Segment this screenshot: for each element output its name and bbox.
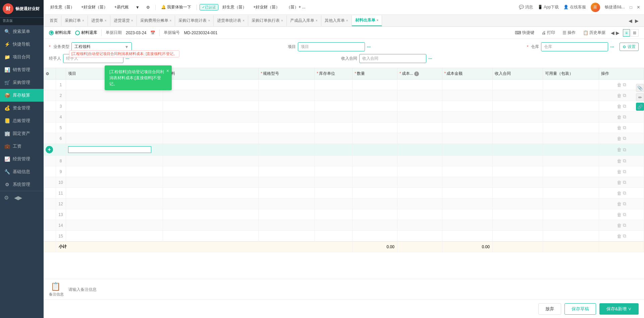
td-income-9[interactable] xyxy=(492,166,543,177)
td-cost-14[interactable] xyxy=(397,220,442,231)
material-input-7[interactable] xyxy=(165,147,247,153)
side-icon-attach[interactable]: 📎 xyxy=(636,84,644,92)
td-spec-6[interactable] xyxy=(259,133,315,144)
tab-incoming-stats-close[interactable]: × xyxy=(243,19,245,22)
tab-nav-prev[interactable]: ◀ xyxy=(629,18,632,23)
tab-nav-next[interactable]: ▶ xyxy=(635,18,639,23)
menu-haoyecai1[interactable]: +好业财（苗） xyxy=(78,3,110,11)
project-input-7[interactable] xyxy=(68,146,151,153)
td-cost-amt-10[interactable] xyxy=(442,177,492,188)
discard-button[interactable]: 放弃 xyxy=(538,303,561,315)
td-qty-6[interactable] xyxy=(353,133,397,144)
copy-icon-15[interactable]: ⧉ xyxy=(623,233,626,239)
save-draft-button[interactable]: 保存草稿 xyxy=(565,303,596,315)
td-avail-9[interactable] xyxy=(543,166,599,177)
td-income-14[interactable] xyxy=(492,220,543,231)
sidebar-item-system[interactable]: ⚙ 系统管理 xyxy=(0,178,44,191)
td-unit-3[interactable] xyxy=(315,101,353,112)
sidebar-item-assets[interactable]: 🏢 固定资产 xyxy=(0,127,44,140)
td-avail-7[interactable] xyxy=(543,144,599,156)
td-unit-13[interactable] xyxy=(315,209,353,220)
copy-icon-2[interactable]: ⧉ xyxy=(623,93,626,98)
td-cost-7[interactable] xyxy=(397,144,442,156)
td-cost-12[interactable] xyxy=(397,199,442,209)
warehouse-select[interactable]: 仓库 xyxy=(541,42,608,51)
delete-icon-5[interactable]: 🗑 xyxy=(617,125,622,130)
tab-other-inbound[interactable]: 其他入库单 × xyxy=(321,15,352,26)
td-avail-10[interactable] xyxy=(543,177,599,188)
td-avail-11[interactable] xyxy=(543,188,599,199)
td-unit-12[interactable] xyxy=(315,199,353,209)
copy-icon-13[interactable]: ⧉ xyxy=(623,212,626,217)
td-income-7[interactable] xyxy=(492,144,543,156)
td-material-9[interactable] xyxy=(163,166,259,177)
menu-dropdown[interactable]: ▼ xyxy=(133,4,142,11)
td-unit-9[interactable] xyxy=(315,166,353,177)
copy-icon-3[interactable]: ⧉ xyxy=(623,103,626,109)
nav-next-btn[interactable]: ▶ xyxy=(616,30,620,36)
td-income-8[interactable] xyxy=(492,156,543,166)
td-avail-4[interactable] xyxy=(543,112,599,122)
delete-icon-11[interactable]: 🗑 xyxy=(617,191,622,196)
td-unit-8[interactable] xyxy=(315,156,353,166)
td-income-15[interactable] xyxy=(492,231,543,242)
menu-yidaizhang[interactable]: +易代账 xyxy=(112,3,131,11)
notes-input[interactable] xyxy=(67,286,639,293)
copy-icon-10[interactable]: ⧉ xyxy=(623,179,626,185)
td-avail-15[interactable] xyxy=(543,231,599,242)
td-cost-11[interactable] xyxy=(397,188,442,199)
td-qty-15[interactable] xyxy=(353,231,397,242)
close-btn[interactable]: × xyxy=(637,4,640,10)
td-income-13[interactable] xyxy=(492,209,543,220)
copy-icon-4[interactable]: ⧉ xyxy=(623,114,626,120)
tab-other-inbound-close[interactable]: × xyxy=(346,19,348,22)
delete-icon-3[interactable]: 🗑 xyxy=(617,104,622,109)
td-unit-5[interactable] xyxy=(315,122,353,133)
menu-trial[interactable]: 🔔 我要体验一下 xyxy=(158,3,194,11)
td-spec-15[interactable] xyxy=(259,231,315,242)
tab-purchase-expense-close[interactable]: × xyxy=(170,19,172,22)
td-cost-3[interactable] xyxy=(397,101,442,112)
td-qty-12[interactable] xyxy=(353,199,397,209)
grid-view-btn[interactable]: ⊞ xyxy=(631,29,639,37)
copy-icon-7[interactable]: ⧉ xyxy=(623,147,626,153)
sidebar-settings-icon[interactable]: ⚙ xyxy=(4,195,9,201)
tab-purchase-order-close[interactable]: × xyxy=(82,19,84,22)
td-cost-amt-2[interactable] xyxy=(442,90,492,101)
td-avail-1[interactable] xyxy=(543,80,599,90)
td-avail-13[interactable] xyxy=(543,209,599,220)
td-cost-5[interactable] xyxy=(397,122,442,133)
sidebar-collapse-icon[interactable]: ◀▶ xyxy=(14,195,22,201)
copy-icon-9[interactable]: ⧉ xyxy=(623,169,626,174)
project-dots-btn[interactable]: ··· xyxy=(367,44,371,50)
radio-material-out[interactable]: 材料出库 xyxy=(49,30,71,36)
td-unit-2[interactable] xyxy=(315,90,353,101)
sidebar-item-inventory[interactable]: 📦 库存核算 xyxy=(0,89,44,102)
td-unit-1[interactable] xyxy=(315,80,353,90)
td-qty-4[interactable] xyxy=(353,112,397,122)
cost-info-icon[interactable]: i xyxy=(414,71,419,76)
tab-finished-goods[interactable]: 产成品入库单 × xyxy=(287,15,321,26)
td-cost-10[interactable] xyxy=(397,177,442,188)
app-download-btn[interactable]: 📱 App下载 xyxy=(538,4,559,10)
td-project-12[interactable] xyxy=(66,199,163,209)
td-project-15[interactable] xyxy=(66,231,163,242)
tab-incoming[interactable]: 进货单 × xyxy=(88,15,110,26)
tab-purchase-execution-close[interactable]: × xyxy=(281,19,283,22)
settings-config-btn[interactable]: ⚙ 设置 xyxy=(620,43,639,51)
td-qty-9[interactable] xyxy=(353,166,397,177)
td-cost-2[interactable] xyxy=(397,90,442,101)
online-service-btn[interactable]: 👤 在线客服 xyxy=(564,4,586,10)
restore-btn[interactable]: □ xyxy=(630,5,632,10)
tab-finished-goods-close[interactable]: × xyxy=(316,19,318,22)
td-cost-amt-15[interactable] xyxy=(442,231,492,242)
operation-btn[interactable]: ☰ 操作 xyxy=(560,29,578,37)
td-unit-14[interactable] xyxy=(315,220,353,231)
td-income-2[interactable] xyxy=(492,90,543,101)
copy-icon-14[interactable]: ⧉ xyxy=(623,222,626,228)
td-unit-6[interactable] xyxy=(315,133,353,144)
td-unit-15[interactable] xyxy=(315,231,353,242)
add-row-btn[interactable]: + xyxy=(46,146,53,153)
td-spec-7[interactable] xyxy=(259,144,315,156)
td-unit-4[interactable] xyxy=(315,112,353,122)
